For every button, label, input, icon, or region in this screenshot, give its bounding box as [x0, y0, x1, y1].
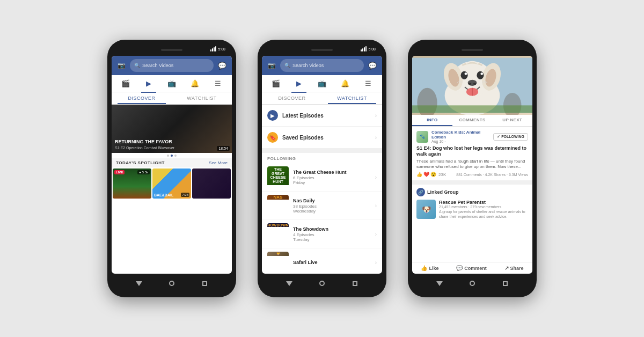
- spotlight-item-2[interactable]: BAE&BAIL 7:28: [152, 169, 191, 199]
- hero-text: RETURNING THE FAVOR S1:E2 Operation Comb…: [115, 140, 174, 150]
- nav-icon-bell-2[interactable]: 🔔: [338, 78, 353, 90]
- show-day-cheese: Friday: [293, 180, 371, 185]
- post-stats: 881 Comments · 4.2K Shares · 6.3M Views: [456, 173, 528, 177]
- post-info-section: 🐾 Comeback Kids: Animal Edition Aug 10 ·…: [412, 127, 532, 185]
- camera-icon-2[interactable]: 📷: [266, 60, 277, 71]
- show-day-showdown: Tuesday: [293, 237, 371, 242]
- post-title: S1 E4: Dog who lost her legs was determi…: [416, 145, 528, 157]
- speaker-3: [462, 49, 483, 51]
- chevron-latest: ›: [375, 113, 377, 119]
- see-more-link[interactable]: See More: [209, 160, 228, 165]
- messenger-icon[interactable]: 💬: [217, 60, 228, 71]
- chevron-cheese: ›: [375, 174, 377, 180]
- tab-watchlist-2[interactable]: WATCHLIST: [322, 92, 382, 104]
- nav-icon-film[interactable]: 🎬: [118, 78, 133, 90]
- checkmark-icon: ✓: [497, 135, 500, 139]
- back-button-1[interactable]: [135, 279, 143, 288]
- search-placeholder-1: Search Videos: [142, 63, 173, 68]
- show-title-cheese: The Great Cheese Hunt: [293, 170, 371, 175]
- show-thumb-safari: 🦁: [267, 252, 289, 273]
- show-row-safari[interactable]: 🦁 Safari Live ›: [262, 248, 382, 274]
- chevron-showdown: ›: [375, 231, 377, 237]
- home-button-1[interactable]: [167, 279, 176, 288]
- share-label: Share: [510, 266, 524, 271]
- svg-point-12: [480, 72, 483, 75]
- search-bar-2[interactable]: 🔍 Search Videos: [280, 59, 364, 72]
- like-label: Like: [429, 266, 438, 271]
- dog-image: [412, 56, 532, 115]
- back-button-3[interactable]: [435, 279, 444, 288]
- nav-icon-film-2[interactable]: 🎬: [268, 78, 283, 90]
- nav-icon-play[interactable]: ▶: [141, 78, 156, 90]
- author-row: 🐾 Comeback Kids: Animal Edition Aug 10 ·…: [416, 130, 528, 143]
- svg-point-9: [461, 71, 468, 79]
- watchlist-section: ▶ Latest Episodes › 🔖 Saved Episodes ›: [262, 105, 382, 153]
- spotlight-item-1[interactable]: LIVE ● 5.5k: [113, 169, 151, 199]
- post-tab-upnext[interactable]: UP NEXT: [492, 115, 532, 126]
- views-badge: ● 5.5k: [137, 170, 150, 174]
- home-button-3[interactable]: [468, 279, 477, 288]
- comment-label: Comment: [464, 266, 487, 271]
- post-tab-comments[interactable]: COMMENTS: [452, 115, 493, 126]
- back-button-2[interactable]: [285, 279, 294, 288]
- show-title-nas: Nas Daily: [293, 198, 371, 203]
- signal-icon: [210, 46, 216, 52]
- heart-emoji: ❤️: [423, 172, 429, 177]
- search-bar-1[interactable]: 🔍 Search Videos: [130, 59, 214, 72]
- saved-episodes-row[interactable]: 🔖 Saved Episodes ›: [262, 127, 382, 149]
- nav-icon-menu-2[interactable]: ☰: [361, 78, 376, 90]
- dot-2[interactable]: [171, 155, 173, 157]
- group-name: Rescue Pet Parentst: [439, 200, 528, 205]
- like-button[interactable]: 👍 Like: [421, 265, 438, 271]
- hero-video[interactable]: RETURNING THE FAVOR S1:E2 Operation Comb…: [112, 105, 232, 153]
- spotlight-item-3[interactable]: [192, 169, 231, 199]
- comment-button[interactable]: 💬 Comment: [456, 265, 487, 271]
- camera-icon[interactable]: 📷: [116, 60, 127, 71]
- post-tab-info[interactable]: INFO: [412, 115, 452, 126]
- hero-bg: RETURNING THE FAVOR S1:E2 Operation Comb…: [112, 105, 232, 153]
- recent-button-1[interactable]: [200, 279, 209, 288]
- recent-button-2[interactable]: [350, 279, 359, 288]
- wow-emoji: 😮: [430, 172, 436, 177]
- show-episodes-nas: 38 Episodes: [293, 204, 371, 209]
- show-row-showdown[interactable]: SHOWDOWNS The Showdown 4 Episodes Tuesda…: [262, 220, 382, 248]
- group-row[interactable]: 🐶 Rescue Pet Parentst 21,493 members · 2…: [416, 200, 528, 219]
- group-description: A group for parents of shelter and rescu…: [439, 209, 528, 219]
- hero-subtitle: S1:E2 Operation Combat Bikesaver: [115, 146, 174, 150]
- tab-watchlist-1[interactable]: WATCHLIST: [172, 92, 232, 104]
- live-badge: LIVE: [114, 170, 125, 174]
- action-bar: 👍 Like 💬 Comment ↗ Share: [412, 262, 532, 274]
- recent-button-3[interactable]: [501, 279, 509, 288]
- show-thumb-showdown: SHOWDOWNS: [267, 223, 289, 245]
- phone-3: INFO COMMENTS UP NEXT 🐾 Comeback Kids: A…: [408, 40, 537, 297]
- nav-icon-play-2[interactable]: ▶: [291, 78, 306, 90]
- speaker: [161, 49, 182, 51]
- show-episodes-showdown: 4 Episodes: [293, 232, 371, 237]
- following-button[interactable]: ✓ FOLLOWING: [493, 133, 528, 141]
- home-button-2[interactable]: [318, 279, 326, 288]
- phone-1-top-bar: 5:08: [112, 46, 232, 54]
- tab-discover-1[interactable]: DISCOVER: [112, 92, 172, 104]
- phone-1-bottom: [112, 276, 232, 291]
- latest-episodes-row[interactable]: ▶ Latest Episodes ›: [262, 105, 382, 127]
- nav-icon-menu[interactable]: ☰: [210, 78, 225, 90]
- author-name[interactable]: Comeback Kids: Animal Edition: [431, 130, 490, 140]
- nav-icon-tv-2[interactable]: 📺: [314, 78, 330, 90]
- status-bar: 5:08: [210, 46, 225, 52]
- phone-3-bottom: [412, 276, 532, 291]
- following-label: FOLLOWING: [262, 153, 382, 163]
- phone-1: 5:08 📷 🔍 Search Videos 💬 🎬 ▶ 📺 🔔 ☰: [107, 40, 236, 297]
- nav-icon-tv[interactable]: 📺: [164, 78, 179, 90]
- reaction-count: 23K: [438, 172, 446, 177]
- share-button[interactable]: ↗ Share: [504, 265, 524, 271]
- show-row-cheese[interactable]: THE GREAT CHEESE HUNT The Great Cheese H…: [262, 163, 382, 192]
- show-row-nas[interactable]: NAS Nas Daily 38 Episodes Wednesday ›: [262, 192, 382, 220]
- phone-3-screen: INFO COMMENTS UP NEXT 🐾 Comeback Kids: A…: [412, 56, 532, 274]
- messenger-icon-2[interactable]: 💬: [367, 60, 378, 71]
- signal-icon-2: [361, 46, 367, 52]
- phone-2-top-bar: 5:08: [262, 46, 382, 54]
- dot-3[interactable]: [174, 155, 177, 157]
- tab-discover-2[interactable]: DISCOVER: [262, 92, 322, 104]
- nav-icon-bell[interactable]: 🔔: [187, 78, 202, 90]
- dot-1[interactable]: [167, 155, 169, 157]
